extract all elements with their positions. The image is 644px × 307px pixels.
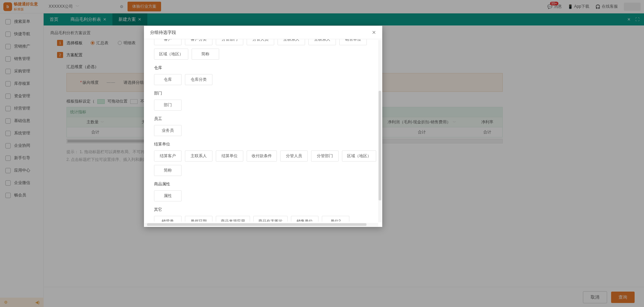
- field-option[interactable]: 单位2: [322, 216, 349, 222]
- field-option[interactable]: 分管部门: [216, 39, 243, 45]
- field-option[interactable]: 部门: [154, 100, 182, 111]
- field-picker-modal: 分组待选字段 ✕ 客户客户分类分管部门分管人员主联系人主联系人销售单位区域（地区…: [144, 26, 382, 227]
- field-option[interactable]: 分管部门: [311, 150, 339, 162]
- scrollbar-thumb[interactable]: [147, 223, 366, 226]
- field-option[interactable]: 区域（地区）: [342, 150, 376, 162]
- field-option[interactable]: 单据日期: [185, 216, 212, 222]
- modal-vscrollbar[interactable]: [378, 40, 382, 222]
- field-option[interactable]: 主联系人: [185, 150, 212, 162]
- field-option[interactable]: 分管人员: [280, 150, 308, 162]
- field-option[interactable]: 简称: [154, 165, 182, 176]
- field-group-title: 部门: [154, 90, 378, 96]
- field-scroll-area: 客户客户分类分管部门分管人员主联系人主联系人销售单位区域（地区）简称仓库仓库仓库…: [154, 39, 378, 222]
- field-option[interactable]: 结算单位: [216, 150, 243, 162]
- field-group-title: 其它: [154, 207, 378, 212]
- field-option[interactable]: 销货单: [154, 216, 182, 222]
- modal-body: 客户客户分类分管部门分管人员主联系人主联系人销售单位区域（地区）简称仓库仓库仓库…: [144, 39, 382, 227]
- field-group-title: 商品属性: [154, 181, 378, 187]
- field-group-title: 员工: [154, 116, 378, 122]
- field-option[interactable]: 商品有无图片: [253, 216, 288, 222]
- field-group-title: 结算单位: [154, 141, 378, 147]
- field-option[interactable]: 主联系人: [278, 39, 305, 45]
- modal-overlay[interactable]: 分组待选字段 ✕ 客户客户分类分管部门分管人员主联系人主联系人销售单位区域（地区…: [0, 0, 644, 307]
- field-option[interactable]: 收付款条件: [247, 150, 277, 162]
- field-option[interactable]: 区域（地区）: [154, 49, 188, 60]
- field-option[interactable]: 仓库分类: [185, 74, 212, 85]
- field-group-title: 仓库: [154, 65, 378, 71]
- field-option[interactable]: 主联系人: [308, 39, 336, 45]
- modal-hscrollbar[interactable]: [145, 223, 378, 226]
- modal-header: 分组待选字段 ✕: [144, 26, 382, 39]
- field-option[interactable]: 客户分类: [185, 39, 212, 45]
- field-option[interactable]: 商品来源应用: [216, 216, 250, 222]
- field-option[interactable]: 客户: [154, 39, 182, 45]
- field-option[interactable]: 分管人员: [247, 39, 274, 45]
- field-option[interactable]: 简称: [192, 49, 219, 60]
- field-option[interactable]: 销售单位: [291, 216, 318, 222]
- field-option[interactable]: 结算客户: [154, 150, 182, 162]
- scrollbar-thumb[interactable]: [379, 91, 381, 200]
- close-icon[interactable]: ✕: [372, 29, 376, 36]
- modal-title: 分组待选字段: [150, 29, 176, 36]
- field-option[interactable]: 属性: [154, 190, 182, 201]
- field-option[interactable]: 业务员: [154, 125, 182, 136]
- field-option[interactable]: 销售单位: [339, 39, 367, 45]
- field-option[interactable]: 仓库: [154, 74, 182, 85]
